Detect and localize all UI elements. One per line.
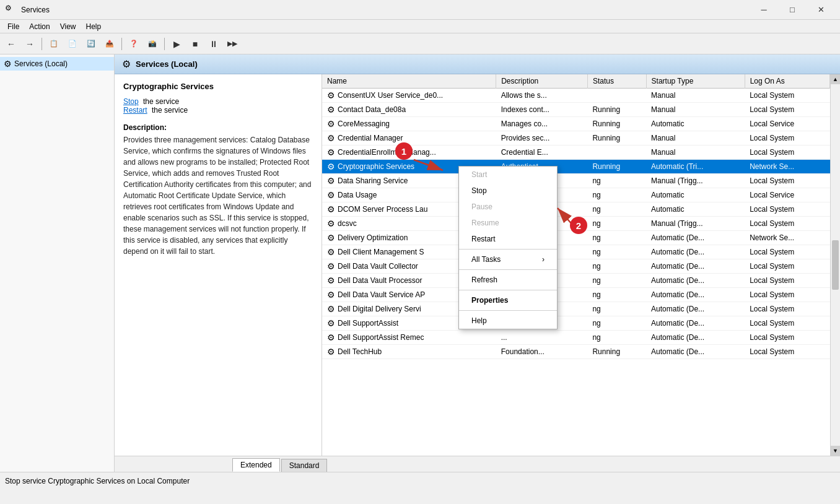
table-row[interactable]: ⚙ Dell Data Vault Collector ... ng Autom… [322,259,830,274]
context-resume[interactable]: Resume [459,215,557,231]
context-sep-2 [459,269,557,270]
service-status-cell: Running [587,160,646,174]
service-desc-cell: Allows the s... [496,89,588,103]
context-refresh[interactable]: Refresh [459,272,557,288]
description-text: Provides three management services: Cata… [123,134,313,257]
help-button[interactable]: ❓ [125,36,142,52]
service-name-title: Cryptographic Services [123,82,313,91]
scroll-up-button[interactable]: ▲ [831,74,840,84]
service-startup-cell: Automatic (De... [646,231,745,245]
table-row[interactable]: ⚙ Data Usage ... ng Automatic Local Serv… [322,188,830,202]
maximize-button[interactable]: □ [778,0,807,20]
scrollbar[interactable]: ▲ ▼ [830,74,840,456]
show-hide-console-button[interactable]: 📋 [45,36,63,52]
context-start[interactable]: Start [459,167,557,183]
back-button[interactable]: ← [2,36,20,52]
col-name[interactable]: Name [322,74,496,89]
table-row[interactable]: ⚙ CoreMessaging Manages co... Running Au… [322,117,830,131]
snap-button[interactable]: 📸 [144,36,161,52]
nav-services-local[interactable]: ⚙ Services (Local) [0,57,114,71]
service-logon-cell: Network Se... [745,160,829,174]
col-startup-type[interactable]: Startup Type [646,74,745,89]
col-status[interactable]: Status [587,74,646,89]
stop-button[interactable]: ■ [186,36,204,52]
service-status-cell: ng [587,188,646,202]
service-name: Data Sharing Service [338,176,408,185]
table-row[interactable]: ⚙ Dell Data Vault Processor ... ng Autom… [322,274,830,288]
service-name: Contact Data_de08a [338,105,406,114]
context-help[interactable]: Help [459,313,557,329]
context-restart[interactable]: Restart [459,231,557,247]
service-name-cell: ⚙ CoreMessaging [322,117,496,131]
table-row[interactable]: ⚙ ConsentUX User Service_de0... Allows t… [322,89,830,103]
minimize-button[interactable]: ─ [750,0,778,20]
service-status-cell: ng [587,331,646,345]
service-startup-cell: Automatic [646,188,745,202]
service-name-cell: ⚙ Dell TechHub [322,345,496,359]
service-logon-cell: Local System [745,259,829,274]
col-description[interactable]: Description [496,74,588,89]
services-header-icon: ⚙ [122,58,131,70]
service-logon-cell: Local System [745,302,829,316]
table-row[interactable]: ⚙ Dell Data Vault Service AP ... ng Auto… [322,288,830,302]
menu-action[interactable]: Action [24,21,55,32]
table-row[interactable]: ⚙ Dell Digital Delivery Servi ... ng Aut… [322,302,830,316]
menu-file[interactable]: File [2,21,24,32]
table-header-row: Name Description Status Startup Type Log… [322,74,830,89]
table-row[interactable]: ⚙ Dell TechHub Foundation... Running Aut… [322,345,830,359]
restart-link[interactable]: Restart [123,106,147,115]
service-status-cell: ng [587,302,646,316]
service-startup-cell: Manual (Trigg... [646,174,745,188]
restart-link-suffix: the service [152,106,188,115]
stop-link[interactable]: Stop [123,97,139,106]
stop-link-suffix: the service [143,97,179,106]
service-status-cell [587,146,646,160]
tab-standard[interactable]: Standard [281,459,328,472]
service-name: CoreMessaging [338,119,390,128]
table-row[interactable]: ⚙ Dell SupportAssist ... ng Automatic (D… [322,316,830,331]
play-button[interactable]: ▶ [168,36,185,52]
menu-help[interactable]: Help [81,21,107,32]
scroll-down-button[interactable]: ▼ [831,446,840,456]
table-row[interactable]: ⚙ Credential Manager Provides sec... Run… [322,131,830,146]
table-row[interactable]: ⚙ Cryptographic Services Authenticat... … [322,160,830,174]
table-row[interactable]: ⚙ Data Sharing Service ... ng Manual (Tr… [322,174,830,188]
forward-button[interactable]: → [21,36,38,52]
col-logon[interactable]: Log On As [745,74,829,89]
action-links: Stop the service Restart the service [123,97,313,115]
service-status-cell: Running [587,103,646,117]
tab-extended[interactable]: Extended [232,458,280,472]
service-startup-cell: Manual [646,146,745,160]
service-status-cell: ng [587,231,646,245]
menu-view[interactable]: View [55,21,81,32]
close-button[interactable]: ✕ [807,0,835,20]
scroll-thumb[interactable] [832,240,839,290]
service-logon-cell: Local System [745,103,829,117]
service-gear-icon: ⚙ [327,90,335,100]
context-stop[interactable]: Stop [459,183,557,199]
export-list-button[interactable]: 📤 [101,36,118,52]
service-startup-cell: Automatic (Tri... [646,160,745,174]
context-pause[interactable]: Pause [459,199,557,215]
refresh-button[interactable]: 🔄 [82,36,100,52]
table-row[interactable]: ⚙ Contact Data_de08a Indexes cont... Run… [322,103,830,117]
service-gear-icon: ⚙ [327,190,335,200]
context-properties[interactable]: Properties [459,292,557,308]
properties-panel-button[interactable]: 📄 [64,36,81,52]
context-all-tasks[interactable]: All Tasks › [459,251,557,267]
service-name: Dell TechHub [338,347,382,356]
service-startup-cell: Automatic (De... [646,259,745,274]
pause-button[interactable]: ⏸ [205,36,222,52]
nav-services-label: Services (Local) [14,59,68,68]
service-status-cell: ng [587,217,646,231]
service-gear-icon: ⚙ [327,162,335,172]
services-table-wrapper[interactable]: Name Description Status Startup Type Log… [322,74,830,456]
service-startup-cell: Automatic (De... [646,302,745,316]
window-title: Services [21,6,750,14]
table-row[interactable]: ⚙ DCOM Server Process Lau ... ng Automat… [322,202,830,217]
table-row[interactable]: ⚙ Dell SupportAssist Remec ... ng Automa… [322,331,830,345]
service-name: Dell SupportAssist [338,319,398,328]
resume-button[interactable]: ▶▶ [224,36,241,52]
table-row[interactable]: ⚙ Dell Client Management S ... ng Automa… [322,245,830,259]
service-startup-cell: Manual [646,131,745,146]
